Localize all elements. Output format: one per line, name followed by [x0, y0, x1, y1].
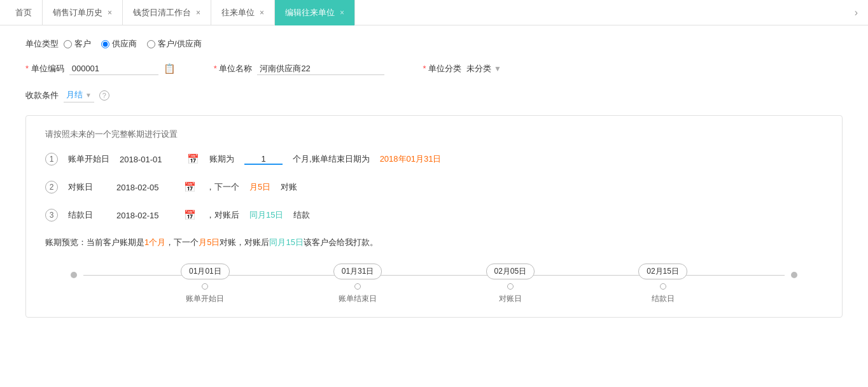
preview-middle2: 对账，对账后	[220, 237, 269, 247]
row-period-suffix: 个月,账单结束日期为	[293, 153, 370, 165]
payment-terms-help-icon[interactable]: ?	[99, 90, 109, 101]
timeline-dot-2	[354, 283, 361, 290]
preview-middle1: ，下一个	[165, 237, 199, 247]
unit-code-input[interactable]	[69, 62, 158, 75]
row-date-3: 2018-02-15	[116, 211, 174, 220]
tab-cash-workbench[interactable]: 钱货日清工作台 ×	[123, 0, 211, 25]
unit-code-copy-icon[interactable]: 📋	[164, 63, 176, 74]
payment-terms-value: 月结	[66, 89, 83, 101]
tab-edit-partner-close[interactable]: ×	[340, 8, 344, 17]
row-label-1: 账单开始日	[68, 153, 109, 165]
preview-suffix: 该客户会给我打款。	[304, 237, 378, 247]
settings-card: 请按照未来的一个完整帐期进行设置 1 账单开始日 2018-01-01 📅 账期…	[25, 115, 843, 318]
payment-terms-select[interactable]: 月结 ▼	[64, 88, 94, 102]
setting-row-2: 2 对账日 2018-02-05 📅 ，下一个 月5日 对账	[45, 181, 823, 194]
tab-edit-partner-label: 编辑往来单位	[285, 7, 335, 18]
preview-reconcile: 月5日	[199, 237, 220, 247]
payment-terms-field: 收款条件 月结 ▼ ?	[25, 88, 109, 102]
unit-type-radio-group: 客户 供应商 客户/供应商	[64, 38, 202, 50]
radio-both[interactable]: 客户/供应商	[147, 38, 202, 50]
tab-expand-icon[interactable]: ›	[850, 7, 863, 18]
radio-supplier-label: 供应商	[112, 38, 137, 50]
radio-supplier-input[interactable]	[101, 40, 109, 48]
timeline-label-2: 账单结束日	[339, 293, 377, 304]
timeline-badge-4: 02月15日	[638, 264, 687, 279]
row-reconcile-prefix: ，下一个	[206, 181, 239, 193]
tab-sales-history-close[interactable]: ×	[108, 8, 112, 17]
row-label-3: 结款日	[68, 209, 106, 221]
tab-sales-history-label: 销售订单历史	[53, 7, 102, 18]
row-num-3: 3	[45, 209, 58, 222]
unit-type-label: 单位类型	[25, 38, 59, 50]
row-cal-icon-3[interactable]: 📅	[184, 209, 196, 221]
unit-category-label: * 单位分类	[423, 63, 461, 74]
radio-customer-label: 客户	[74, 38, 91, 50]
preview-prefix: 账期预览：当前客户账期是	[45, 237, 144, 247]
preview-period: 1个月	[144, 237, 165, 247]
timeline-dot-right	[791, 272, 797, 278]
tab-partner-units[interactable]: 往来单位 ×	[211, 0, 275, 25]
tab-bar: 首页 销售订单历史 × 钱货日清工作台 × 往来单位 × 编辑往来单位 × ›	[0, 0, 868, 25]
category-dropdown-icon: ▼	[494, 64, 501, 73]
main-content: 单位类型 客户 供应商 客户/供应商 * 单位编码 📋	[0, 25, 868, 387]
tab-cash-workbench-label: 钱货日清工作台	[133, 7, 191, 18]
timeline-item-3: 02月05日 对账日	[486, 264, 535, 304]
row-payment-suffix: 结款	[293, 209, 310, 221]
row-payment-prefix: ，对账后	[206, 209, 239, 221]
radio-both-input[interactable]	[147, 40, 155, 48]
row-label-2: 对账日	[68, 181, 106, 193]
unit-name-input[interactable]	[257, 62, 384, 75]
tab-partner-units-close[interactable]: ×	[260, 8, 264, 17]
unit-code-label: * 单位编码	[25, 63, 64, 74]
tab-partner-units-label: 往来单位	[221, 7, 255, 18]
timeline-badge-3: 02月05日	[486, 264, 535, 279]
setting-row-1: 1 账单开始日 2018-01-01 📅 账期为 个月,账单结束日期为 2018…	[45, 153, 823, 165]
preview-text: 账期预览：当前客户账期是1个月，下一个月5日对账，对账后同月15日该客户会给我打…	[45, 237, 823, 248]
radio-supplier[interactable]: 供应商	[101, 38, 137, 50]
timeline-label-4: 结款日	[652, 293, 675, 304]
unit-code-field: * 单位编码 📋	[25, 62, 176, 75]
row-payment-highlight: 同月15日	[249, 209, 283, 221]
timeline-badge-1: 01月01日	[181, 264, 230, 279]
row-cal-icon-1[interactable]: 📅	[187, 153, 199, 165]
unit-name-field: * 单位名称	[214, 62, 385, 75]
row-date-2: 2018-02-05	[116, 183, 174, 192]
unit-category-select[interactable]: 未分类 ▼	[466, 63, 543, 74]
row-num-1: 1	[45, 153, 58, 165]
unit-category-value: 未分类	[466, 63, 491, 74]
timeline-endpoint-right	[791, 272, 797, 278]
timeline-items: 01月01日 账单开始日 01月31日 账单结束日 02月05日 对账日	[71, 264, 797, 304]
timeline-dot-left	[71, 272, 77, 278]
timeline-label-3: 对账日	[499, 293, 522, 304]
row-cal-icon-2[interactable]: 📅	[184, 181, 196, 193]
timeline-endpoint-left	[71, 272, 77, 278]
timeline-dot-4	[660, 283, 666, 290]
row-period-prefix: 账期为	[209, 153, 234, 165]
tab-home[interactable]: 首页	[5, 0, 43, 25]
tab-edit-partner[interactable]: 编辑往来单位 ×	[275, 0, 355, 25]
preview-payment: 同月15日	[269, 237, 303, 247]
timeline-wrapper: 01月01日 账单开始日 01月31日 账单结束日 02月05日 对账日	[45, 264, 823, 304]
timeline-dot-1	[202, 283, 208, 290]
unit-type-field: 单位类型 客户 供应商 客户/供应商	[25, 38, 202, 50]
timeline-item-2: 01月31日 账单结束日	[333, 264, 382, 304]
radio-both-label: 客户/供应商	[158, 38, 202, 50]
row-reconcile-suffix: 对账	[281, 181, 297, 193]
timeline-item-4: 02月15日 结款日	[638, 264, 687, 304]
timeline-badge-2: 01月31日	[333, 264, 382, 279]
timeline-dot-3	[507, 283, 514, 290]
unit-info-row: * 单位编码 📋 * 单位名称 * 单位分类 未分类 ▼	[25, 62, 843, 75]
timeline-label-1: 账单开始日	[186, 293, 224, 304]
payment-terms-dropdown-icon: ▼	[85, 92, 92, 99]
row-reconcile-highlight: 月5日	[249, 181, 270, 193]
tab-cash-workbench-close[interactable]: ×	[196, 8, 200, 17]
unit-category-field: * 单位分类 未分类 ▼	[423, 63, 543, 74]
radio-customer[interactable]: 客户	[64, 38, 91, 50]
row-num-2: 2	[45, 181, 58, 194]
payment-terms-row: 收款条件 月结 ▼ ?	[25, 88, 843, 102]
tab-home-label: 首页	[15, 7, 32, 18]
radio-customer-input[interactable]	[64, 40, 72, 48]
period-input[interactable]	[244, 154, 283, 165]
tab-sales-history[interactable]: 销售订单历史 ×	[43, 0, 123, 25]
payment-terms-label: 收款条件	[25, 90, 59, 101]
